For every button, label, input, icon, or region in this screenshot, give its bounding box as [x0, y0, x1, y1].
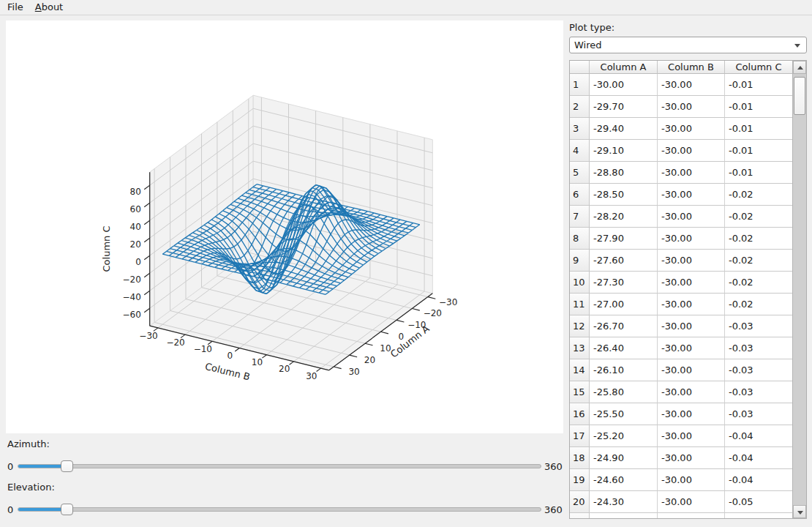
cell-column-b[interactable]: -30.00 — [658, 315, 725, 337]
row-number-cell[interactable]: 7 — [570, 206, 590, 228]
row-number-cell[interactable]: 10 — [570, 272, 590, 294]
table-row[interactable]: 7-28.20-30.00-0.02 — [570, 206, 792, 228]
cell-column-c[interactable]: -0.01 — [725, 140, 792, 162]
table-row[interactable]: 1-30.00-30.00-0.01 — [570, 74, 792, 96]
cell-column-a[interactable]: -27.60 — [590, 250, 658, 272]
row-number-cell[interactable]: 3 — [570, 118, 590, 140]
cell-column-a[interactable]: -27.90 — [590, 228, 658, 250]
cell-column-b[interactable]: -30.00 — [658, 228, 725, 250]
cell-column-c[interactable]: -0.02 — [725, 184, 792, 206]
cell-column-c[interactable]: -0.03 — [725, 337, 792, 359]
cell-column-b[interactable]: -30.00 — [658, 491, 725, 513]
table-row[interactable]: 19-24.60-30.00-0.04 — [570, 469, 792, 491]
elevation-slider-groove[interactable] — [18, 507, 541, 512]
table-row[interactable]: 15-25.80-30.00-0.03 — [570, 381, 792, 403]
cell-column-a[interactable]: -29.40 — [590, 118, 658, 140]
table-row[interactable]: 18-24.90-30.00-0.04 — [570, 447, 792, 469]
cell-column-b[interactable]: -30.00 — [658, 162, 725, 184]
cell-column-b[interactable]: -30.00 — [658, 469, 725, 491]
cell-column-c[interactable]: -0.03 — [725, 359, 792, 381]
cell-column-c[interactable]: -0.05 — [725, 491, 792, 513]
table-row[interactable]: 2-29.70-30.00-0.01 — [570, 96, 792, 118]
cell-column-a[interactable]: -25.20 — [590, 425, 658, 447]
cell-column-b[interactable]: -30.00 — [658, 294, 725, 315]
cell-column-b[interactable]: -30.00 — [658, 403, 725, 425]
table-row[interactable]: 5-28.80-30.00-0.01 — [570, 162, 792, 184]
table-row[interactable]: 8-27.90-30.00-0.02 — [570, 228, 792, 250]
table-row[interactable]: 10-27.30-30.00-0.02 — [570, 272, 792, 294]
row-number-cell[interactable]: 5 — [570, 162, 590, 184]
cell-column-b[interactable]: -30.00 — [658, 74, 725, 96]
table-row[interactable]: 11-27.00-30.00-0.02 — [570, 294, 792, 315]
cell-column-c[interactable]: -0.02 — [725, 294, 792, 315]
row-number-cell[interactable]: 13 — [570, 337, 590, 359]
cell-column-a[interactable]: -27.30 — [590, 272, 658, 294]
cell-column-a[interactable]: -28.80 — [590, 162, 658, 184]
cell-column-c[interactable]: -0.04 — [725, 469, 792, 491]
cell-column-b[interactable]: -30.00 — [658, 425, 725, 447]
cell-column-b[interactable]: -30.00 — [658, 250, 725, 272]
table-header-column-c[interactable]: Column C — [725, 61, 792, 74]
cell-column-c[interactable]: -0.01 — [725, 162, 792, 184]
elevation-slider-handle[interactable] — [61, 504, 73, 515]
table-row[interactable]: 20-24.30-30.00-0.05 — [570, 491, 792, 513]
table-row-partial[interactable] — [570, 513, 792, 518]
row-number-cell[interactable]: 2 — [570, 96, 590, 118]
cell-column-b[interactable]: -30.00 — [658, 184, 725, 206]
table-row[interactable]: 4-29.10-30.00-0.01 — [570, 140, 792, 162]
cell-column-b[interactable]: -30.00 — [658, 447, 725, 469]
table-row[interactable]: 12-26.70-30.00-0.03 — [570, 315, 792, 337]
cell-column-b[interactable]: -30.00 — [658, 381, 725, 403]
cell-column-b[interactable]: -30.00 — [658, 337, 725, 359]
cell-column-a[interactable]: -29.10 — [590, 140, 658, 162]
row-number-cell[interactable]: 11 — [570, 294, 590, 315]
cell-column-c[interactable]: -0.04 — [725, 425, 792, 447]
table-row[interactable]: 3-29.40-30.00-0.01 — [570, 118, 792, 140]
table-row[interactable]: 13-26.40-30.00-0.03 — [570, 337, 792, 359]
cell-column-b[interactable]: -30.00 — [658, 272, 725, 294]
row-number-cell[interactable]: 8 — [570, 228, 590, 250]
cell-column-c[interactable]: -0.01 — [725, 74, 792, 96]
row-number-cell[interactable]: 16 — [570, 403, 590, 425]
table-row[interactable]: 17-25.20-30.00-0.04 — [570, 425, 792, 447]
cell-column-a[interactable]: -24.90 — [590, 447, 658, 469]
row-number-cell[interactable]: 14 — [570, 359, 590, 381]
azimuth-slider-handle[interactable] — [61, 460, 73, 472]
azimuth-slider[interactable] — [18, 460, 541, 473]
cell-column-c[interactable]: -0.04 — [725, 447, 792, 469]
row-number-cell[interactable]: 17 — [570, 425, 590, 447]
cell-column-b[interactable]: -30.00 — [658, 96, 725, 118]
cell-column-a[interactable]: -28.50 — [590, 184, 658, 206]
cell-column-c[interactable]: -0.03 — [725, 315, 792, 337]
table-row[interactable]: 6-28.50-30.00-0.02 — [570, 184, 792, 206]
scrollbar-up-button[interactable] — [793, 61, 806, 74]
plot-type-combobox[interactable]: Wired — [569, 37, 807, 53]
row-number-cell[interactable]: 19 — [570, 469, 590, 491]
menu-item-file[interactable]: File — [1, 1, 29, 14]
row-number-cell[interactable]: 20 — [570, 491, 590, 513]
cell-column-c[interactable]: -0.03 — [725, 403, 792, 425]
row-number-cell[interactable]: 1 — [570, 74, 590, 96]
row-number-cell[interactable]: 12 — [570, 315, 590, 337]
cell-column-a[interactable]: -28.20 — [590, 206, 658, 228]
cell-column-b[interactable]: -30.00 — [658, 140, 725, 162]
cell-column-a[interactable]: -25.50 — [590, 403, 658, 425]
row-number-cell[interactable]: 15 — [570, 381, 590, 403]
cell-column-a[interactable]: -29.70 — [590, 96, 658, 118]
cell-column-a[interactable]: -30.00 — [590, 74, 658, 96]
cell-column-c[interactable]: -0.02 — [725, 228, 792, 250]
row-number-cell[interactable]: 18 — [570, 447, 590, 469]
row-number-cell[interactable]: 9 — [570, 250, 590, 272]
cell-column-a[interactable]: -26.70 — [590, 315, 658, 337]
table-header-column-b[interactable]: Column B — [658, 61, 725, 74]
cell-column-c[interactable]: -0.02 — [725, 206, 792, 228]
scrollbar-down-button[interactable] — [793, 505, 806, 518]
azimuth-slider-groove[interactable] — [18, 464, 541, 468]
cell-column-a[interactable]: -26.10 — [590, 359, 658, 381]
cell-column-a[interactable]: -24.60 — [590, 469, 658, 491]
table-row[interactable]: 9-27.60-30.00-0.02 — [570, 250, 792, 272]
cell-column-a[interactable]: -27.00 — [590, 294, 658, 315]
cell-column-b[interactable]: -30.00 — [658, 206, 725, 228]
cell-column-c[interactable]: -0.02 — [725, 250, 792, 272]
menu-item-about[interactable]: About — [29, 1, 69, 14]
